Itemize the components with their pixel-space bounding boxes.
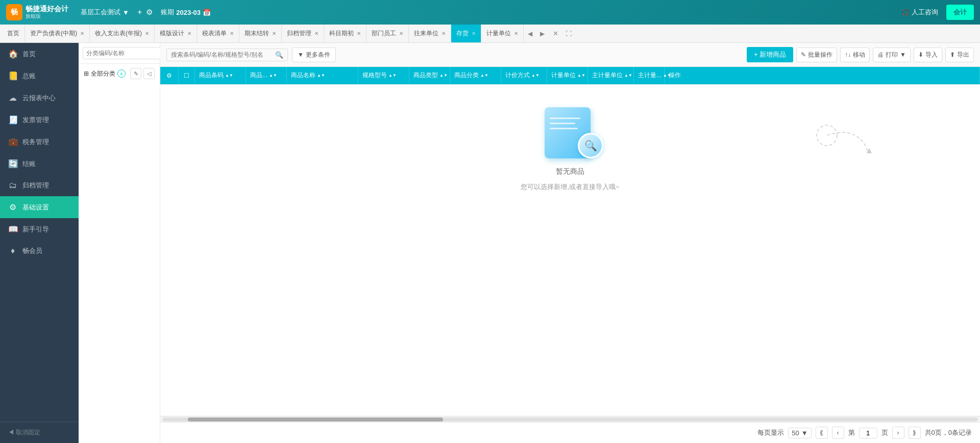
sidebar-item-reports[interactable]: ☁ 云报表中心 bbox=[0, 87, 79, 109]
tab-partners[interactable]: 往来单位 ✕ bbox=[409, 25, 451, 43]
move-btn[interactable]: ↑↓ 移动 bbox=[840, 48, 870, 62]
archive-icon: 🗂 bbox=[8, 181, 17, 190]
th-code[interactable]: 商品... ▲▼ bbox=[246, 67, 287, 84]
settings-icon[interactable]: ⚙ bbox=[146, 8, 153, 17]
close-icon[interactable]: ✕ bbox=[442, 31, 446, 36]
th-main-unit[interactable]: 主计量单位 ▲▼ bbox=[588, 67, 634, 84]
content-area: 🔍 ⊞ 全部分类 + ✎ ◁ bbox=[79, 43, 980, 443]
tab-scroll-right[interactable]: ▶ bbox=[536, 25, 548, 43]
th-spec[interactable]: 规格型号 ▲▼ bbox=[358, 67, 409, 84]
sidebar-item-home[interactable]: 🏠 首页 bbox=[0, 43, 79, 65]
product-search-input[interactable] bbox=[171, 51, 273, 58]
tab-archive[interactable]: 归档管理 ✕ bbox=[282, 25, 324, 43]
dropdown-icon: ▼ bbox=[122, 9, 129, 16]
member-icon: ♦ bbox=[8, 246, 17, 255]
tab-inventory[interactable]: 存货 ✕ bbox=[451, 25, 481, 43]
close-icon[interactable]: ✕ bbox=[357, 31, 361, 36]
close-icon[interactable]: ✕ bbox=[80, 31, 84, 36]
main-layout: 🏠 首页 📒 总账 ☁ 云报表中心 🧾 发票管理 💼 税务管理 🔄 结账 🗂 归… bbox=[0, 43, 980, 443]
page-size-selector[interactable]: 50 ▼ bbox=[788, 428, 811, 438]
th-unit[interactable]: 计量单位 ▲▼ bbox=[547, 67, 588, 84]
tab-home[interactable]: 首页 bbox=[2, 25, 25, 43]
sidebar-item-basic-settings[interactable]: ⚙ 基础设置 bbox=[0, 196, 79, 218]
close-icon[interactable]: ✕ bbox=[472, 31, 476, 36]
th-category[interactable]: 商品分类 ▲▼ bbox=[450, 67, 501, 84]
category-edit-btn[interactable]: ✎ bbox=[130, 68, 141, 79]
tab-subject-init[interactable]: 科目期初 ✕ bbox=[324, 25, 366, 43]
tab-scroll-left[interactable]: ◀ bbox=[524, 25, 536, 43]
tab-template[interactable]: 模版设计 ✕ bbox=[155, 25, 197, 43]
th-num[interactable]: 主计量... ▲▼ bbox=[634, 67, 665, 84]
settings-col-icon: ⚙ bbox=[166, 72, 172, 79]
sidebar-item-invoice[interactable]: 🧾 发票管理 bbox=[0, 109, 79, 131]
tab-bar: 首页 资产负债表(中期) ✕ 收入支出表(年报) ✕ 模版设计 ✕ 税表清单 ✕… bbox=[0, 25, 980, 43]
logo-icon: 畅 bbox=[6, 4, 22, 20]
checkbox-all[interactable]: ☐ bbox=[184, 72, 189, 79]
scroll-thumb[interactable] bbox=[188, 417, 443, 422]
sort-type: ▲▼ bbox=[439, 74, 448, 78]
sidebar-item-close-account[interactable]: 🔄 结账 bbox=[0, 153, 79, 175]
pagination: 每页显示 50 ▼ ⟪ ‹ 第 1 页 › ⟫ 共0页，0条记录 bbox=[160, 422, 980, 443]
close-icon[interactable]: ✕ bbox=[187, 31, 191, 36]
category-collapse-btn[interactable]: ◁ bbox=[143, 68, 155, 79]
product-search-box[interactable]: 🔍 bbox=[166, 49, 288, 61]
batch-ops-btn[interactable]: ✎ 批量操作 bbox=[796, 48, 837, 62]
company-selector[interactable]: 基层工会测试 ▼ bbox=[77, 6, 133, 19]
category-search-input[interactable] bbox=[83, 47, 166, 59]
printer-icon: 🖨 bbox=[877, 51, 884, 58]
maximize-icon[interactable]: ⛶ bbox=[562, 25, 575, 43]
horizontal-scrollbar[interactable] bbox=[160, 416, 980, 422]
next-page-btn[interactable]: › bbox=[892, 427, 904, 439]
more-filter-btn[interactable]: ▼ 更多条件 bbox=[292, 48, 336, 62]
close-icon[interactable]: ✕ bbox=[230, 31, 234, 36]
import-btn[interactable]: ⬇ 导入 bbox=[914, 48, 942, 62]
close-all-tabs-btn[interactable]: ✕ bbox=[548, 25, 562, 43]
user-button[interactable]: 会计 bbox=[946, 5, 974, 20]
close-icon[interactable]: ✕ bbox=[514, 31, 518, 36]
sort-unit: ▲▼ bbox=[577, 74, 585, 78]
close-icon[interactable]: ✕ bbox=[272, 31, 276, 36]
th-settings[interactable]: ⚙ bbox=[160, 67, 179, 84]
close-icon[interactable]: ✕ bbox=[314, 31, 318, 36]
sidebar-collapse-btn[interactable]: ◀ 取消固定 bbox=[0, 422, 79, 443]
page-label: 第 bbox=[848, 428, 855, 437]
calendar-icon[interactable]: 📅 bbox=[203, 9, 211, 16]
close-icon[interactable]: ✕ bbox=[399, 31, 403, 36]
category-all-label[interactable]: 全部分类 bbox=[91, 69, 115, 78]
sidebar-item-member[interactable]: ♦ 畅会员 bbox=[0, 240, 79, 262]
add-category-btn[interactable]: + bbox=[117, 69, 126, 78]
per-page-label: 每页显示 bbox=[757, 428, 784, 437]
first-page-btn[interactable]: ⟪ bbox=[816, 427, 828, 439]
doc-line3 bbox=[550, 128, 578, 129]
home-icon: 🏠 bbox=[8, 49, 17, 59]
last-page-btn[interactable]: ⟫ bbox=[909, 427, 921, 439]
tab-period-transfer[interactable]: 期末结转 ✕ bbox=[239, 25, 282, 43]
th-name[interactable]: 商品名称 ▲▼ bbox=[287, 67, 358, 84]
tab-income[interactable]: 收入支出表(年报) ✕ bbox=[90, 25, 155, 43]
close-icon[interactable]: ✕ bbox=[145, 31, 149, 36]
page-suffix: 页 bbox=[881, 428, 888, 437]
print-btn[interactable]: 🖨 打印 ▼ bbox=[873, 48, 911, 62]
table-area: 🔍 ▼ 更多条件 + 新增商品 ✎ 批量操作 ↑↓ bbox=[160, 43, 980, 443]
sidebar-item-ledger[interactable]: 📒 总账 bbox=[0, 65, 79, 87]
th-checkbox[interactable]: ☐ bbox=[179, 67, 195, 84]
th-type[interactable]: 商品类型 ▲▼ bbox=[409, 67, 450, 84]
new-product-btn[interactable]: + 新增商品 bbox=[747, 47, 793, 62]
th-pricing[interactable]: 计价方式 ▲▼ bbox=[501, 67, 547, 84]
category-panel: 🔍 ⊞ 全部分类 + ✎ ◁ bbox=[79, 43, 160, 443]
sidebar-item-archive[interactable]: 🗂 归档管理 bbox=[0, 175, 79, 196]
tab-dept-staff[interactable]: 部门员工 ✕ bbox=[366, 25, 409, 43]
tab-taxlist[interactable]: 税表清单 ✕ bbox=[197, 25, 239, 43]
logo-text-area: 畅捷通好会计 旗舰版 bbox=[26, 5, 68, 20]
tab-balance[interactable]: 资产负债表(中期) ✕ bbox=[25, 25, 90, 43]
add-tab-btn[interactable]: + bbox=[137, 8, 142, 17]
category-search-area: 🔍 bbox=[79, 43, 160, 64]
export-btn[interactable]: ⬆ 导出 bbox=[945, 48, 974, 62]
sidebar-item-guide[interactable]: 📖 新手引导 bbox=[0, 218, 79, 240]
prev-page-btn[interactable]: ‹ bbox=[832, 427, 844, 439]
sidebar-item-tax[interactable]: 💼 税务管理 bbox=[0, 131, 79, 153]
th-barcode[interactable]: 商品条码 ▲▼ bbox=[195, 67, 246, 84]
page-number-input[interactable]: 1 bbox=[859, 428, 877, 438]
help-button[interactable]: 🎧 人工咨询 bbox=[897, 6, 942, 19]
tab-unit[interactable]: 计量单位 ✕ bbox=[481, 25, 524, 43]
